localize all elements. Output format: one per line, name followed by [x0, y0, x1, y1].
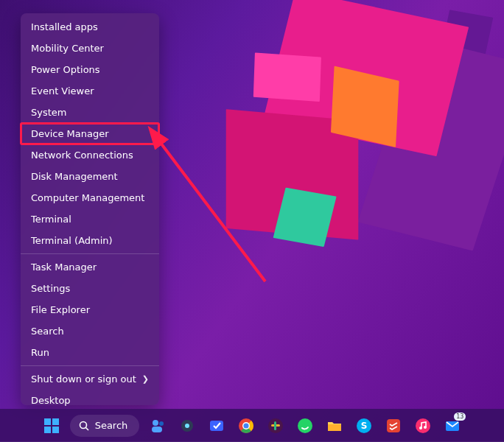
svg-point-26: [416, 418, 430, 433]
svg-text:S: S: [361, 421, 368, 431]
taskbar-app-slack[interactable]: [265, 415, 287, 437]
menu-item-terminal[interactable]: Terminal: [21, 208, 159, 230]
menu-item-task-manager[interactable]: Task Manager: [21, 256, 159, 278]
menu-item-system[interactable]: System: [21, 102, 159, 123]
taskbar-app-settings[interactable]: [176, 415, 198, 437]
svg-point-5: [80, 421, 86, 428]
svg-rect-2: [52, 418, 59, 425]
svg-point-11: [185, 424, 189, 428]
windows-logo-icon: [44, 418, 59, 433]
svg-rect-1: [44, 418, 51, 425]
slack-icon: [267, 418, 284, 434]
taskbar-search-label: Search: [95, 420, 128, 431]
menu-item-disk-management[interactable]: Disk Management: [21, 166, 159, 187]
menu-separator: [21, 253, 159, 254]
svg-point-7: [153, 420, 158, 426]
people-icon: [150, 418, 166, 434]
taskbar-app-file-explorer[interactable]: [323, 415, 346, 437]
taskbar-app-todoist[interactable]: [382, 415, 405, 437]
checkmark-icon: [209, 418, 225, 434]
folder-icon: [326, 418, 343, 434]
taskbar-app-todo[interactable]: [206, 415, 228, 437]
svg-rect-22: [328, 424, 341, 431]
whatsapp-icon: [297, 418, 313, 434]
svg-rect-20: [274, 421, 276, 430]
svg-line-6: [85, 427, 88, 430]
svg-rect-12: [210, 421, 223, 431]
start-button[interactable]: [41, 415, 63, 437]
music-icon: [415, 418, 431, 434]
taskbar-app-skype[interactable]: S: [353, 415, 375, 437]
menu-item-computer-management[interactable]: Computer Management: [21, 187, 159, 208]
menu-item-desktop[interactable]: Desktop: [21, 390, 159, 411]
taskbar: Search S 13: [0, 409, 504, 442]
skype-icon: S: [356, 418, 372, 434]
menu-item-settings[interactable]: Settings: [21, 278, 159, 299]
taskbar-app-whatsapp[interactable]: [294, 415, 316, 437]
menu-item-run[interactable]: Run: [21, 342, 159, 363]
mail-badge: 13: [454, 413, 466, 421]
menu-item-mobility-center[interactable]: Mobility Center: [21, 38, 159, 59]
todoist-icon: [385, 418, 402, 434]
taskbar-app-chrome[interactable]: [235, 415, 257, 437]
svg-point-21: [298, 418, 312, 433]
menu-item-device-manager[interactable]: Device Manager: [21, 123, 159, 144]
svg-rect-8: [152, 427, 162, 432]
menu-separator: [21, 365, 159, 366]
winx-menu: Installed apps Mobility Center Power Opt…: [21, 13, 159, 405]
svg-point-9: [159, 421, 164, 426]
taskbar-app-mail[interactable]: 13: [441, 415, 463, 437]
svg-rect-25: [387, 419, 400, 432]
taskbar-app-apple-music[interactable]: [412, 415, 434, 437]
taskbar-app-people[interactable]: [147, 415, 169, 437]
menu-item-file-explorer[interactable]: File Explorer: [21, 299, 159, 320]
taskbar-search[interactable]: Search: [70, 415, 140, 437]
menu-item-network-connections[interactable]: Network Connections: [21, 144, 159, 166]
wallpaper-art: [181, 0, 504, 323]
svg-rect-3: [44, 427, 51, 433]
gear-icon: [179, 418, 195, 434]
menu-item-power-options[interactable]: Power Options: [21, 59, 159, 80]
menu-item-event-viewer[interactable]: Event Viewer: [21, 80, 159, 102]
svg-rect-4: [52, 427, 59, 433]
menu-item-terminal-admin[interactable]: Terminal (Admin): [21, 230, 159, 251]
menu-item-shutdown-signout[interactable]: Shut down or sign out ❯: [21, 368, 159, 390]
svg-point-27: [419, 427, 422, 429]
menu-item-installed-apps[interactable]: Installed apps: [21, 16, 159, 38]
svg-point-28: [424, 426, 427, 429]
chrome-icon: [238, 418, 254, 434]
chevron-right-icon: ❯: [142, 374, 149, 384]
search-icon: [79, 421, 89, 431]
menu-item-search[interactable]: Search: [21, 320, 159, 342]
svg-point-17: [244, 423, 249, 428]
